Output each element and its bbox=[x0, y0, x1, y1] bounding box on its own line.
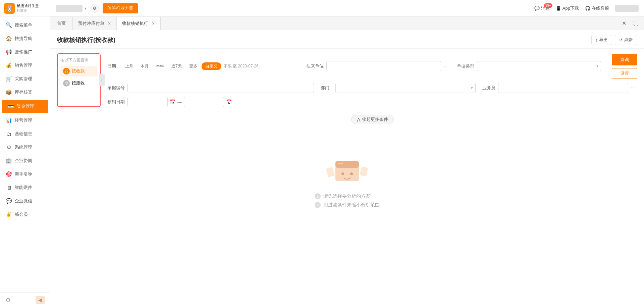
content-area: 收款核销执行(按收款) ↑ 导出 ↺ 刷新 按以下方案查询 bbox=[50, 30, 644, 307]
logo-sub: 标准版 bbox=[17, 8, 39, 13]
verify-date-start-calendar-icon[interactable]: 📅 bbox=[170, 99, 175, 105]
verify-date-start-input[interactable]: 2023-03-01 bbox=[127, 97, 168, 107]
online-service-button[interactable]: 🎧 在线客服 bbox=[585, 5, 609, 11]
tab-receipt-verify-close[interactable]: ✕ bbox=[152, 21, 155, 26]
basic-info-icon: 🗂 bbox=[5, 131, 12, 137]
filter-option-by-receivable[interactable]: ⏱ 按应收 bbox=[60, 78, 97, 89]
sidebar-label-operations: 经营管理 bbox=[15, 117, 32, 123]
doc-no-label: 单据编号 bbox=[107, 85, 125, 91]
doc-no-input[interactable] bbox=[127, 83, 314, 93]
export-label: 导出 bbox=[599, 37, 608, 43]
tab-prepay-label: 预付冲应付单 bbox=[78, 20, 104, 27]
tab-receipt-verify[interactable]: 收款核销执行 ✕ bbox=[117, 17, 161, 30]
query-button[interactable]: 查询 bbox=[612, 54, 637, 65]
verify-date-end-calendar-icon[interactable]: 📅 bbox=[226, 99, 232, 105]
sidebar-settings-icon[interactable]: ⚙ bbox=[5, 296, 11, 304]
sidebar-bottom: ⚙ ◀ bbox=[0, 292, 50, 307]
tab-prepay[interactable]: 预付冲应付单 ✕ bbox=[73, 17, 117, 30]
sidebar-item-quick-nav[interactable]: 🏠 快捷导航 bbox=[0, 32, 50, 45]
sidebar-item-wechat[interactable]: 💬 企业微信 bbox=[0, 194, 50, 208]
message-icon: 💬 bbox=[534, 6, 540, 11]
staff-label: 业务员 bbox=[482, 85, 495, 91]
headset-icon: 🎧 bbox=[585, 6, 590, 11]
logo-text: 畅捷通好生意 标准版 bbox=[17, 3, 39, 13]
industry-solution-button[interactable]: 体验行业方案 bbox=[103, 3, 138, 13]
refresh-button[interactable]: ↺ 刷新 bbox=[615, 35, 637, 45]
staff-field: 业务员 ··· bbox=[482, 83, 637, 93]
smart-hw-icon: 🖥 bbox=[5, 184, 12, 191]
verify-date-input-group: 2023-03-01 📅 — 2023-07-21 📅 bbox=[127, 97, 232, 107]
staff-more-btn[interactable]: ··· bbox=[631, 85, 637, 91]
sidebar-item-smart-hw[interactable]: 🖥 智能硬件 bbox=[0, 181, 50, 194]
dept-field: 部门 ▾ bbox=[321, 83, 476, 93]
collapse-more-label: 收起更多条件 bbox=[362, 116, 388, 122]
refresh-label: 刷新 bbox=[624, 37, 633, 43]
tab-home[interactable]: 首页 bbox=[50, 17, 73, 30]
tab-close-all-button[interactable]: ✕ bbox=[619, 19, 629, 28]
date-range-text: 不限 至 2023-07-26 bbox=[224, 63, 259, 69]
tab-expand-button[interactable]: ⛶ bbox=[631, 19, 641, 28]
setting-button[interactable]: 设置 bbox=[612, 68, 637, 79]
counterparty-label: 往来单位 bbox=[306, 63, 324, 69]
counterparty-more-btn[interactable]: ··· bbox=[444, 63, 450, 69]
date-custom-btn[interactable]: 自定义 bbox=[202, 62, 221, 70]
filter-option-by-receipt[interactable]: 💰 按收款 bbox=[60, 66, 97, 76]
date-this-year-btn[interactable]: 本年 bbox=[153, 62, 167, 70]
gear-button[interactable]: ⚙ bbox=[90, 4, 99, 13]
tab-prepay-close[interactable]: ✕ bbox=[108, 21, 111, 26]
sidebar: 🐰 畅捷通好生意 标准版 🔍 搜索菜单 🏠 快捷导航 📢 营销推广 💰 销售管理… bbox=[0, 0, 50, 307]
sidebar-item-search-menu[interactable]: 🔍 搜索菜单 bbox=[0, 18, 50, 32]
message-button[interactable]: 💬 消息 99+ bbox=[534, 5, 550, 11]
sidebar-item-operations[interactable]: 📊 经营管理 bbox=[0, 114, 50, 127]
date-more-btn[interactable]: 更多 bbox=[186, 62, 200, 70]
filter-sidebar-collapse-button[interactable]: « bbox=[99, 74, 105, 86]
staff-input[interactable] bbox=[498, 83, 628, 93]
app-download-button[interactable]: 📱 App下载 bbox=[556, 5, 579, 11]
date-last-month-btn[interactable]: 上月 bbox=[122, 62, 136, 70]
verify-date-end-input[interactable]: 2023-07-21 bbox=[184, 97, 224, 107]
date-this-month-btn[interactable]: 本月 bbox=[138, 62, 152, 70]
date-7days-btn[interactable]: 近7天 bbox=[168, 62, 185, 70]
user-avatar-placeholder bbox=[56, 5, 83, 12]
logo-name: 畅捷通好生意 bbox=[17, 3, 39, 8]
sidebar-item-purchase[interactable]: 🛒 采购管理 bbox=[0, 72, 50, 86]
sidebar-item-funds[interactable]: 💳 资金管理 bbox=[2, 100, 48, 113]
empty-hint-2: 2 用过滤条件来缩小分析范围 bbox=[315, 202, 380, 208]
collapse-more-button[interactable]: ⋀ 收起更多条件 bbox=[351, 115, 394, 124]
user-dropdown-icon[interactable]: ▾ bbox=[85, 6, 87, 11]
search-menu-icon: 🔍 bbox=[5, 22, 12, 29]
dept-select[interactable] bbox=[335, 83, 476, 93]
sidebar-label-funds: 资金管理 bbox=[17, 103, 34, 109]
sidebar-label-guide: 新手引导 bbox=[15, 171, 32, 177]
sidebar-item-system[interactable]: ⚙ 系统管理 bbox=[0, 141, 50, 154]
doc-type-field: 单据类型 ▾ bbox=[457, 61, 601, 71]
empty-state: 1 请先选择要分析的方案 2 用过滤条件来缩小分析范围 bbox=[50, 124, 644, 228]
sidebar-item-sales[interactable]: 💰 销售管理 bbox=[0, 59, 50, 72]
funds-icon: 💳 bbox=[7, 103, 14, 110]
date-shortcuts: 上月 本月 本年 近7天 更多 自定义 bbox=[122, 62, 221, 70]
sidebar-collapse-icon[interactable]: ◀ bbox=[36, 296, 45, 304]
sales-icon: 💰 bbox=[5, 62, 12, 69]
sidebar-item-enterprise[interactable]: 🏢 企业协同 bbox=[0, 154, 50, 167]
doc-type-select[interactable] bbox=[477, 61, 601, 71]
svg-point-2 bbox=[341, 172, 344, 175]
sidebar-item-marketing[interactable]: 📢 营销推广 bbox=[0, 45, 50, 59]
sidebar-item-guide[interactable]: 🎯 新手引导 bbox=[0, 167, 50, 181]
top-bar-right: 💬 消息 99+ 📱 App下载 🎧 在线客服 bbox=[534, 5, 639, 12]
verify-date-label: 核销日期 bbox=[107, 99, 125, 105]
sidebar-item-inventory[interactable]: 📦 库存核算 bbox=[0, 86, 50, 99]
empty-hints: 1 请先选择要分析的方案 2 用过滤条件来缩小分析范围 bbox=[315, 193, 380, 208]
doc-type-select-wrapper: ▾ bbox=[477, 61, 601, 71]
app-download-label: App下载 bbox=[562, 5, 579, 11]
export-button[interactable]: ↑ 导出 bbox=[591, 35, 612, 45]
empty-illustration bbox=[325, 151, 369, 188]
system-icon: ⚙ bbox=[5, 144, 12, 151]
top-bar-left: ▾ ⚙ 体验行业方案 bbox=[56, 3, 138, 13]
filter-form: 日期 上月 本月 本年 近7天 更多 自定义 不限 至 2023-07-26 bbox=[107, 53, 637, 107]
sidebar-item-membership[interactable]: ✌ 畅会员 bbox=[0, 208, 50, 221]
counterparty-input[interactable] bbox=[326, 61, 441, 71]
sidebar-label-basic-info: 基础信息 bbox=[15, 131, 32, 137]
purchase-icon: 🛒 bbox=[5, 75, 12, 82]
doc-type-label: 单据类型 bbox=[457, 63, 474, 69]
sidebar-item-basic-info[interactable]: 🗂 基础信息 bbox=[0, 127, 50, 141]
